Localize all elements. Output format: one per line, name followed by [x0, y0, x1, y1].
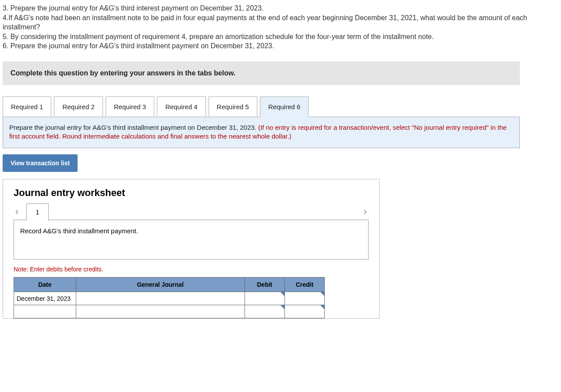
- dropdown-indicator-icon: [320, 305, 324, 309]
- note-debits-before-credits: Note: Enter debits before credits.: [14, 266, 369, 273]
- tab-required-3[interactable]: Required 3: [106, 96, 154, 117]
- cell-account-1[interactable]: [76, 292, 245, 305]
- chevron-left-icon[interactable]: ‹: [14, 206, 20, 217]
- col-debit: Debit: [245, 278, 284, 292]
- journal-entry-table: Date General Journal Debit Credit Decemb…: [14, 277, 325, 318]
- cell-date-2[interactable]: [14, 305, 76, 318]
- question-3: 3. Prepare the journal entry for A&G's t…: [3, 4, 558, 13]
- tab-required-6[interactable]: Required 6: [260, 96, 309, 117]
- worksheet-title: Journal entry worksheet: [14, 187, 369, 199]
- tab-required-4[interactable]: Required 4: [157, 96, 206, 117]
- cell-credit-2[interactable]: [284, 305, 324, 318]
- question-block: 3. Prepare the journal entry for A&G's t…: [3, 4, 558, 51]
- tab-required-5[interactable]: Required 5: [209, 96, 257, 117]
- table-row: December 31, 2023: [14, 292, 325, 305]
- cell-debit-1[interactable]: [245, 292, 284, 305]
- pager-row: ‹ 1 ›: [14, 203, 369, 220]
- record-instruction-box: Record A&G's third installment payment.: [14, 220, 369, 260]
- question-6: 6. Prepare the journal entry for A&G's t…: [3, 41, 558, 51]
- tab-prompt-main: Prepare the journal entry for A&G's thir…: [9, 124, 258, 131]
- page-tab-1[interactable]: 1: [26, 203, 48, 221]
- instruction-bar: Complete this question by entering your …: [3, 61, 520, 85]
- view-transaction-list-button[interactable]: View transaction list: [3, 154, 78, 172]
- record-instruction-text: Record A&G's third installment payment.: [20, 227, 138, 235]
- table-header-row: Date General Journal Debit Credit: [14, 278, 325, 292]
- chevron-right-icon[interactable]: ›: [362, 206, 369, 217]
- tab-content: Prepare the journal entry for A&G's thir…: [3, 117, 520, 149]
- cell-account-2[interactable]: [76, 305, 245, 318]
- question-5: 5. By considering the installment paymen…: [3, 32, 558, 42]
- cell-debit-2[interactable]: [245, 305, 284, 318]
- col-date: Date: [14, 278, 76, 292]
- dropdown-indicator-icon: [320, 292, 324, 296]
- journal-entry-worksheet: Journal entry worksheet ‹ 1 › Record A&G…: [3, 179, 380, 319]
- cell-date-1[interactable]: December 31, 2023: [14, 292, 76, 305]
- table-row: [14, 305, 325, 318]
- col-credit: Credit: [284, 278, 324, 292]
- tabs-row: Required 1 Required 2 Required 3 Require…: [3, 96, 558, 117]
- tab-required-2[interactable]: Required 2: [54, 96, 103, 117]
- tab-required-1[interactable]: Required 1: [3, 96, 51, 117]
- cell-credit-1[interactable]: [284, 292, 324, 305]
- col-general-journal: General Journal: [76, 278, 245, 292]
- dropdown-indicator-icon: [280, 292, 284, 296]
- question-4: 4.If A&G's note had been an installment …: [3, 13, 558, 32]
- dropdown-indicator-icon: [280, 305, 284, 309]
